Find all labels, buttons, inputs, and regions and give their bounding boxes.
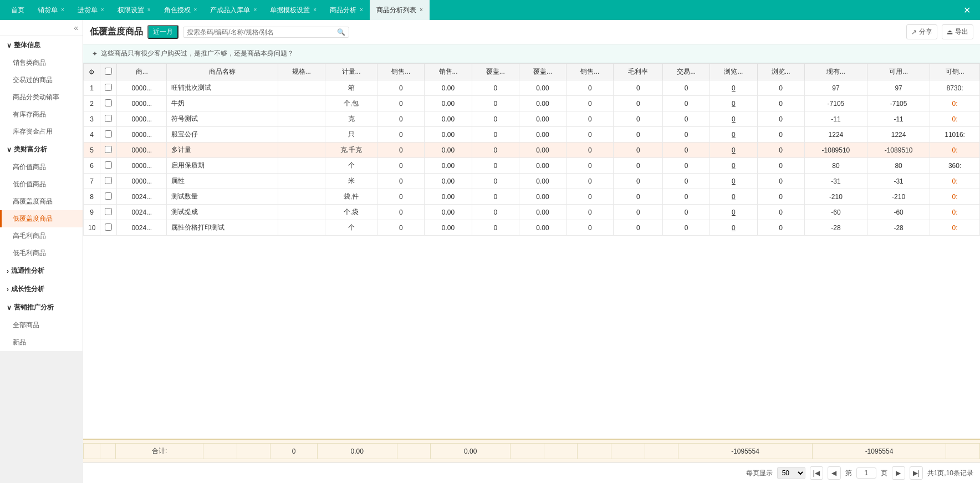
row-browse1[interactable]: 0 [710,158,757,174]
sidebar-item-category-rate[interactable]: 商品分类动销率 [0,89,83,106]
row-checkbox[interactable] [100,96,117,111]
export-btn[interactable]: ⏏ 导出 [942,24,973,39]
last-page-btn[interactable]: ▶| [910,466,923,480]
nav-close-product-list[interactable]: × [420,0,423,20]
sidebar-section-wealth[interactable]: ∨ 类财富分析 [0,140,83,159]
sidebar-section-overall[interactable]: ∨ 整体信息 [0,36,83,54]
row-browse1[interactable]: 0 [710,143,757,158]
next-page-btn[interactable]: ▶ [892,466,905,480]
nav-sales-order[interactable]: 销货单 × [31,0,71,20]
date-filter-btn[interactable]: 近一月 [147,25,178,39]
col-sales-amt[interactable]: 销售... [425,64,472,80]
sidebar-item-in-stock[interactable]: 有库存商品 [0,106,83,123]
row-checkbox[interactable] [100,205,117,220]
nav-close-purchase[interactable]: × [101,0,104,20]
row-unit: 米 [325,174,377,189]
col-current[interactable]: 现有... [804,64,867,80]
table-row: 3 0000... 符号测试 克 0 0.00 0 0.00 0 0 0 0 0… [84,111,980,127]
row-checkbox[interactable] [100,220,117,236]
sidebar-item-all-goods[interactable]: 全部商品 [0,317,83,334]
col-cover1[interactable]: 覆盖... [472,64,519,80]
nav-close-finished-goods[interactable]: × [253,0,257,20]
row-checkbox[interactable] [100,174,117,189]
col-code[interactable]: 商... [117,64,167,80]
col-margin-rate[interactable]: 毛利率 [614,64,663,80]
col-sellable[interactable]: 可销... [930,64,980,80]
nav-close-role-auth[interactable]: × [194,0,197,20]
window-close-button[interactable]: ✕ [958,1,976,19]
row-code: 0024... [117,205,167,220]
sidebar-item-low-margin[interactable]: 低毛利商品 [0,245,83,262]
col-browse2[interactable]: 浏览... [757,64,804,80]
row-current: -210 [804,189,867,205]
sidebar-item-low-value[interactable]: 低价值商品 [0,176,83,193]
row-checkbox[interactable] [100,158,117,174]
col-sales2[interactable]: 销售... [566,64,614,80]
nav-close-permissions[interactable]: × [147,0,151,20]
totals-label: 合计: [152,447,167,455]
search-icon[interactable]: 🔍 [337,28,345,36]
col-checkbox[interactable] [100,64,117,80]
row-browse1[interactable]: 0 [710,220,757,236]
sidebar-item-high-value[interactable]: 高价值商品 [0,159,83,176]
page-number-input[interactable] [856,467,876,479]
row-browse1[interactable]: 0 [710,96,757,111]
sidebar-section-liquidity[interactable]: › 流通性分析 [0,262,83,280]
row-checkbox[interactable] [100,127,117,143]
nav-role-auth[interactable]: 角色授权 × [157,0,204,20]
sidebar-item-high-coverage[interactable]: 高覆盖度商品 [0,193,83,210]
col-settings[interactable]: ⚙ [84,64,100,80]
table-header-row: ⚙ 商... 商品名称 规格... 计量... 销售... 销售... 覆盖..… [84,64,980,80]
row-browse1[interactable]: 0 [710,111,757,127]
sidebar-item-low-coverage[interactable]: 低覆盖度商品 [0,210,83,227]
sidebar-section-marketing[interactable]: ∨ 营销推广分析 [0,298,83,317]
sidebar-item-traded-goods[interactable]: 交易过的商品 [0,72,83,89]
row-spec [278,220,325,236]
sidebar-item-capital[interactable]: 库存资金占用 [0,123,83,140]
sidebar-item-new-goods[interactable]: 新品 [0,334,83,351]
row-unit: 箱 [325,80,377,96]
row-browse1[interactable]: 0 [710,189,757,205]
row-checkbox[interactable] [100,189,117,205]
nav-product-analysis[interactable]: 商品分析 × [323,0,370,20]
col-cover2[interactable]: 覆盖... [519,64,566,80]
prev-page-btn[interactable]: ◀ [828,466,841,480]
nav-purchase-order[interactable]: 进货单 × [71,0,111,20]
row-browse1[interactable]: 0 [710,127,757,143]
banner-icon: ✦ [92,50,98,58]
nav-product-analysis-list[interactable]: 商品分析列表 × [370,0,430,20]
row-checkbox[interactable] [100,80,117,96]
row-browse1[interactable]: 0 [710,174,757,189]
row-checkbox[interactable] [100,143,117,158]
sidebar-item-sales-goods[interactable]: 销售类商品 [0,54,83,72]
col-name[interactable]: 商品名称 [167,64,278,80]
first-page-btn[interactable]: |◀ [810,466,823,480]
col-sales-qty[interactable]: 销售... [377,64,425,80]
nav-home[interactable]: 首页 [4,0,31,20]
row-browse1[interactable]: 0 [710,80,757,96]
row-current: -1089510 [804,143,867,158]
col-browse1[interactable]: 浏览... [710,64,757,80]
share-btn[interactable]: ↗ 分享 [906,24,937,39]
per-page-select[interactable]: 50 100 200 [777,467,805,479]
sidebar-section-growth[interactable]: › 成长性分析 [0,280,83,298]
search-input[interactable] [187,28,335,36]
col-trade[interactable]: 交易... [663,64,710,80]
row-cover1: 0 [472,143,519,158]
section4-expand-icon: › [7,286,9,293]
row-checkbox[interactable] [100,111,117,127]
row-browse1[interactable]: 0 [710,205,757,220]
sidebar-item-high-margin[interactable]: 高毛利商品 [0,227,83,245]
nav-template-settings[interactable]: 单据模板设置 × [263,0,323,20]
col-spec[interactable]: 规格... [278,64,325,80]
nav-close-product-analysis[interactable]: × [360,0,363,20]
col-unit[interactable]: 计量... [325,64,377,80]
sidebar-collapse-btn[interactable]: « [74,23,78,32]
nav-permissions[interactable]: 权限设置 × [111,0,157,20]
row-sales-qty: 0 [377,111,425,127]
nav-close-sales-order[interactable]: × [61,0,64,20]
col-available[interactable]: 可用... [867,64,930,80]
nav-finished-goods[interactable]: 产成品入库单 × [203,0,263,20]
nav-close-template[interactable]: × [313,0,317,20]
select-all-checkbox[interactable] [105,68,112,75]
